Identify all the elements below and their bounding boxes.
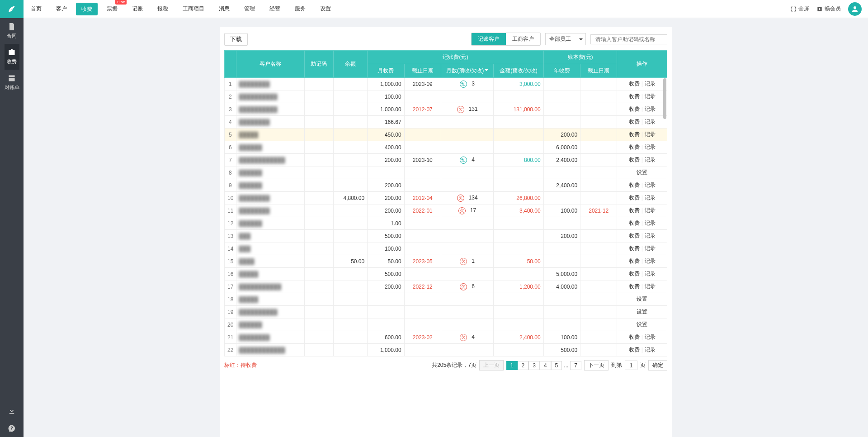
nav-item-5[interactable]: 报税 (150, 0, 175, 18)
col-balance: 余额 (333, 51, 368, 78)
nav-item-8[interactable]: 管理 (237, 0, 262, 18)
customer-type-tabs: 记账客户工商客户 (471, 33, 541, 46)
customer-name: ████████████ (239, 347, 285, 353)
nav-item-4[interactable]: 记账 (125, 0, 150, 18)
record-link[interactable]: 记录 (645, 258, 656, 264)
jump-page-input[interactable] (625, 361, 637, 370)
setup-link[interactable]: 设置 (637, 169, 647, 176)
sort-icon (485, 69, 488, 73)
prev-page-button[interactable]: 上一页 (479, 360, 504, 370)
table-header: 客户名称 助记码 余额 记账费(元) 账本费(元) 操作 月收费 截止日期 月数… (225, 51, 667, 78)
setup-link[interactable]: 设置 (637, 296, 647, 302)
tab-0[interactable]: 记账客户 (472, 33, 506, 45)
charge-link[interactable]: 收费 (629, 245, 640, 252)
setup-link[interactable]: 设置 (637, 321, 647, 328)
page-unit: 页 (640, 361, 646, 369)
record-link[interactable]: 记录 (645, 233, 656, 239)
col-months[interactable]: 月数(预收/欠收) (441, 64, 493, 78)
customer-name: ██████████ (239, 106, 278, 113)
nav-item-7[interactable]: 消息 (212, 0, 237, 18)
sidebar-item-0[interactable]: 合同 (5, 18, 19, 44)
charge-link[interactable]: 收费 (629, 283, 640, 290)
fullscreen-button[interactable]: 全屏 (790, 5, 809, 13)
charge-link[interactable]: 收费 (629, 93, 640, 100)
sidebar-support-icon[interactable] (0, 420, 24, 437)
charge-link[interactable]: 收费 (629, 144, 640, 150)
charge-link[interactable]: 收费 (629, 81, 640, 87)
record-link[interactable]: 记录 (645, 347, 656, 353)
customer-name: ████████ (239, 208, 270, 214)
nav-item-3[interactable]: 票据new (99, 0, 125, 18)
record-link[interactable]: 记录 (645, 144, 656, 150)
col-enddate2: 截止日期 (580, 64, 617, 78)
record-link[interactable]: 记录 (645, 81, 656, 87)
search-input[interactable] (594, 36, 664, 43)
record-link[interactable]: 记录 (645, 207, 656, 214)
page-2[interactable]: 2 (518, 361, 529, 370)
col-account: 账本费(元) (543, 51, 617, 64)
page-3[interactable]: 3 (528, 361, 540, 370)
charge-link[interactable]: 收费 (629, 220, 640, 226)
charge-link[interactable]: 收费 (629, 233, 640, 239)
charge-link[interactable]: 收费 (629, 131, 640, 138)
scrollbar-thumb[interactable] (663, 78, 666, 119)
nav-item-10[interactable]: 服务 (288, 0, 313, 18)
page-5[interactable]: 5 (551, 361, 562, 370)
sidebar-item-2[interactable]: 对账单 (5, 70, 19, 95)
member-label: 畅会员 (825, 5, 841, 13)
tab-1[interactable]: 工商客户 (506, 33, 540, 45)
setup-link[interactable]: 设置 (637, 309, 647, 315)
customer-name: █████ (239, 271, 259, 277)
charge-link[interactable]: 收费 (629, 347, 640, 353)
record-link[interactable]: 记录 (645, 334, 656, 340)
download-button[interactable]: 下载 (224, 33, 248, 46)
nav-item-2[interactable]: 收费 (76, 3, 98, 15)
employee-select[interactable]: 全部员工 (545, 33, 586, 45)
toolbar: 下载 记账客户工商客户 全部员工 (224, 33, 667, 46)
table-row: 10████████4,800.00200.002012-04欠 13426,8… (225, 192, 667, 204)
charge-link[interactable]: 收费 (629, 119, 640, 125)
page-7[interactable]: 7 (570, 361, 581, 370)
record-link[interactable]: 记录 (645, 131, 656, 138)
table-row: 22████████████1,000.00500.00收费|记录 (225, 344, 667, 356)
record-link[interactable]: 记录 (645, 119, 656, 125)
table-body: 1████████1,000.002023-09预 33,000.00收费|记录… (225, 78, 667, 356)
page-1[interactable]: 1 (506, 361, 518, 370)
record-link[interactable]: 记录 (645, 220, 656, 226)
record-link[interactable]: 记录 (645, 93, 656, 100)
member-button[interactable]: 畅会员 (816, 5, 841, 13)
nav-item-1[interactable]: 客户 (49, 0, 74, 18)
charge-link[interactable]: 收费 (629, 182, 640, 188)
page-4[interactable]: 4 (540, 361, 551, 370)
nav-item-0[interactable]: 首页 (24, 0, 49, 18)
record-link[interactable]: 记录 (645, 157, 656, 163)
charge-link[interactable]: 收费 (629, 157, 640, 163)
overdue-badge: 欠 (460, 283, 467, 290)
charge-link[interactable]: 收费 (629, 195, 640, 201)
record-link[interactable]: 记录 (645, 283, 656, 290)
charge-link[interactable]: 收费 (629, 258, 640, 264)
record-link[interactable]: 记录 (645, 182, 656, 188)
record-link[interactable]: 记录 (645, 195, 656, 201)
col-customer: 客户名称 (236, 51, 304, 78)
record-link[interactable]: 记录 (645, 271, 656, 277)
charge-link[interactable]: 收费 (629, 207, 640, 214)
customer-name: ████████ (239, 119, 270, 125)
avatar[interactable] (848, 2, 862, 16)
nav-item-11[interactable]: 设置 (313, 0, 338, 18)
charge-link[interactable]: 收费 (629, 106, 640, 112)
next-page-button[interactable]: 下一页 (584, 360, 609, 370)
nav-item-6[interactable]: 工商项目 (175, 0, 212, 18)
charge-link[interactable]: 收费 (629, 334, 640, 340)
jump-confirm-button[interactable]: 确定 (648, 360, 667, 370)
table-row: 7████████████200.002023-10预 4800.002,400… (225, 154, 667, 166)
record-link[interactable]: 记录 (645, 245, 656, 252)
customer-name: ██████ (239, 220, 262, 227)
sidebar-item-1[interactable]: 收费 (5, 44, 19, 70)
table-row: 15████50.0050.002023-05欠 150.00收费|记录 (225, 255, 667, 268)
record-link[interactable]: 记录 (645, 106, 656, 112)
charge-link[interactable]: 收费 (629, 271, 640, 277)
overdue-badge: 欠 (460, 334, 467, 341)
nav-item-9[interactable]: 经营 (262, 0, 288, 18)
sidebar-download-icon[interactable] (0, 403, 24, 420)
